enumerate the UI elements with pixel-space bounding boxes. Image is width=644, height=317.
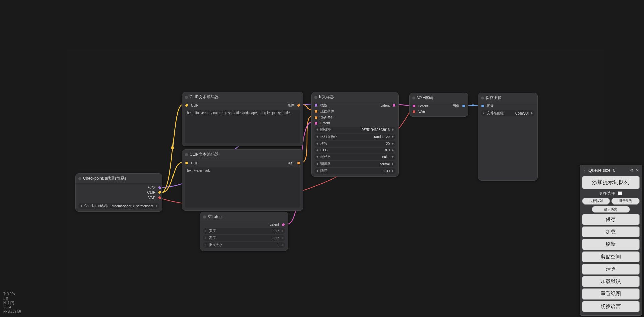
positive-prompt-text[interactable]: beautiful scenery nature glass bottle la… bbox=[185, 110, 300, 143]
widget-value: normal bbox=[379, 162, 390, 166]
node-title[interactable]: K采样器 bbox=[312, 92, 398, 102]
control-panel[interactable]: ⋮⋮ Queue size: 0 ⚙ ✕ 添加提示词队列 更多选项 执行队列 显… bbox=[580, 165, 642, 316]
clear-button[interactable]: 清除 bbox=[582, 264, 640, 275]
load-default-button[interactable]: 加载默认 bbox=[582, 276, 640, 287]
widget-ckpt-name[interactable]: Checkpoint名称 dreamshaper_8.safetensors bbox=[78, 203, 159, 209]
node-empty-latent[interactable]: 空Latent Latent 宽度 512 高度 512 批次大小 1 bbox=[200, 212, 288, 251]
node-checkpoint-loader[interactable]: Checkpoint加载器(简易) 模型 CLIP VAE Checkpoint… bbox=[75, 173, 162, 212]
output-latent-port[interactable] bbox=[392, 104, 396, 107]
input-latent-label: Latent bbox=[418, 104, 428, 108]
widget-denoise[interactable]: 降噪 1.00 bbox=[314, 168, 396, 174]
widget-scheduler[interactable]: 调度器 normal bbox=[314, 161, 396, 167]
node-clip-encode-negative[interactable]: CLIP文本编码器 CLIP 条件 text, watermark bbox=[182, 149, 303, 211]
input-positive-label: 正面条件 bbox=[320, 109, 334, 114]
stat-n: N: 7 [7] bbox=[3, 301, 21, 305]
stat-time: T: 0.00s bbox=[3, 292, 21, 296]
stat-fps: FPS:232.56 bbox=[3, 309, 21, 314]
load-button[interactable]: 加载 bbox=[582, 226, 640, 237]
drag-handle-icon[interactable]: ⋮⋮ bbox=[583, 168, 586, 173]
input-vae-label: VAE bbox=[418, 110, 425, 114]
node-graph-canvas[interactable]: Checkpoint加载器(简易) 模型 CLIP VAE Checkpoint… bbox=[0, 0, 644, 317]
output-cond-port[interactable] bbox=[297, 104, 300, 107]
widget-label: 批次大小 bbox=[209, 243, 222, 247]
input-positive-port[interactable] bbox=[314, 110, 318, 113]
input-latent-label: Latent bbox=[320, 121, 330, 125]
more-options-label: 更多选项 bbox=[599, 191, 615, 196]
widget-value: 8.0 bbox=[385, 148, 390, 152]
widget-value: 512 bbox=[273, 236, 279, 240]
widget-label: CFG bbox=[320, 148, 328, 152]
output-model-port[interactable] bbox=[158, 186, 161, 189]
widget-seed[interactable]: 随机种 967519469393916 bbox=[314, 127, 396, 133]
input-image-label: 图像 bbox=[487, 104, 494, 108]
widget-width[interactable]: 宽度 512 bbox=[203, 228, 285, 234]
output-vae-label: VAE bbox=[148, 196, 155, 200]
widget-label: 降噪 bbox=[320, 169, 327, 173]
input-latent-port[interactable] bbox=[412, 104, 416, 108]
gear-icon[interactable]: ⚙ bbox=[630, 168, 634, 173]
clipspace-button[interactable]: 剪贴空间 bbox=[582, 251, 640, 262]
widget-value: 20 bbox=[386, 142, 390, 146]
input-clip-port[interactable] bbox=[185, 161, 188, 165]
widget-height[interactable]: 高度 512 bbox=[203, 235, 285, 241]
panel-header[interactable]: ⋮⋮ Queue size: 0 ⚙ ✕ bbox=[582, 167, 640, 175]
switch-language-button[interactable]: 切换语言 bbox=[582, 301, 640, 312]
output-clip-label: CLIP bbox=[147, 190, 155, 194]
widget-batch[interactable]: 批次大小 1 bbox=[203, 242, 285, 248]
output-latent-label: Latent bbox=[380, 104, 390, 107]
input-vae-port[interactable] bbox=[412, 110, 416, 114]
show-queue-button[interactable]: 显示队列 bbox=[611, 198, 640, 205]
input-image-port[interactable] bbox=[481, 104, 484, 108]
widget-label: 随机种 bbox=[320, 127, 331, 132]
refresh-button[interactable]: 刷新 bbox=[582, 239, 640, 250]
node-title[interactable]: 保存图像 bbox=[478, 93, 537, 103]
output-cond-port[interactable] bbox=[297, 161, 300, 165]
node-vae-decode[interactable]: VAE解码 Latent 图像 VAE bbox=[409, 93, 468, 117]
exec-queue-button[interactable]: 执行队列 bbox=[582, 198, 610, 205]
close-icon[interactable]: ✕ bbox=[636, 168, 639, 173]
widget-control[interactable]: 运行后操作 randomize bbox=[314, 134, 396, 140]
widget-steps[interactable]: 步数 20 bbox=[314, 141, 396, 147]
widget-label: 运行后操作 bbox=[320, 134, 337, 139]
input-negative-label: 负面条件 bbox=[320, 115, 334, 120]
output-latent-port[interactable] bbox=[282, 223, 285, 226]
widget-label: 采样器 bbox=[320, 154, 331, 159]
node-title[interactable]: Checkpoint加载器(简易) bbox=[76, 174, 162, 184]
input-model-label: 模型 bbox=[320, 103, 327, 108]
widget-label: 高度 bbox=[209, 236, 216, 240]
more-options-checkbox[interactable] bbox=[618, 191, 622, 195]
node-save-image[interactable]: 保存图像 图像 文件名前缀 ComfyUI bbox=[478, 93, 538, 181]
output-latent-label: Latent bbox=[269, 223, 279, 226]
output-vae-port[interactable] bbox=[158, 196, 161, 199]
output-image-port[interactable] bbox=[462, 104, 465, 108]
widget-value: 512 bbox=[273, 229, 279, 233]
node-ksampler[interactable]: K采样器 模型 Latent 正面条件 负面条件 bbox=[311, 92, 399, 177]
output-clip-port[interactable] bbox=[158, 191, 161, 194]
widget-label: Checkpoint名称 bbox=[84, 203, 108, 208]
widget-sampler[interactable]: 采样器 euler bbox=[314, 154, 396, 160]
input-negative-port[interactable] bbox=[314, 116, 318, 119]
output-model-label: 模型 bbox=[148, 185, 155, 190]
node-title[interactable]: CLIP文本编码器 bbox=[182, 92, 303, 102]
widget-value: dreamshaper_8.safetensors bbox=[111, 204, 153, 208]
widget-value: 967519469393916 bbox=[362, 128, 390, 132]
input-clip-label: CLIP bbox=[191, 161, 198, 165]
negative-prompt-text[interactable]: text, watermark bbox=[185, 167, 300, 208]
input-model-port[interactable] bbox=[314, 104, 318, 107]
save-button[interactable]: 保存 bbox=[582, 214, 640, 225]
input-clip-port[interactable] bbox=[185, 104, 188, 107]
widget-value: ComfyUI bbox=[515, 111, 529, 115]
more-options-row[interactable]: 更多选项 bbox=[582, 190, 640, 196]
queue-prompt-button[interactable]: 添加提示词队列 bbox=[582, 176, 640, 189]
widget-label: 宽度 bbox=[209, 229, 216, 233]
reset-view-button[interactable]: 重置视图 bbox=[582, 288, 640, 300]
widget-filename-prefix[interactable]: 文件名前缀 ComfyUI bbox=[481, 110, 535, 116]
debug-stats: T: 0.00s I: 0 N: 7 [7] V: 14 FPS:232.56 bbox=[3, 292, 21, 314]
node-title[interactable]: CLIP文本编码器 bbox=[182, 150, 303, 160]
show-history-button[interactable]: 显示历史 bbox=[592, 206, 630, 213]
input-latent-port[interactable] bbox=[314, 122, 318, 125]
node-title[interactable]: VAE解码 bbox=[410, 93, 468, 103]
node-title[interactable]: 空Latent bbox=[200, 212, 288, 222]
node-clip-encode-positive[interactable]: CLIP文本编码器 CLIP 条件 beautiful scenery natu… bbox=[182, 92, 303, 146]
widget-cfg[interactable]: CFG 8.0 bbox=[314, 148, 396, 153]
